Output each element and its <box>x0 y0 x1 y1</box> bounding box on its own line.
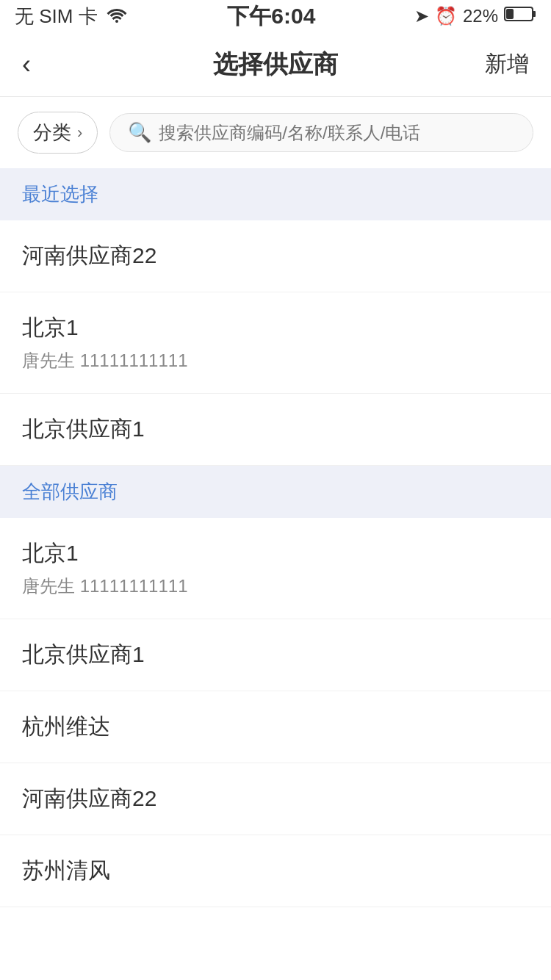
list-item[interactable]: 河南供应商22 <box>0 220 551 292</box>
battery-icon <box>504 6 536 26</box>
nav-bar: ‹ 选择供应商 新增 <box>0 32 551 97</box>
status-bar: 无 SIM 卡 下午6:04 ➤ ⏰ 22% <box>0 0 551 32</box>
add-button[interactable]: 新增 <box>485 49 529 79</box>
section-header-recent: 最近选择 <box>0 168 551 220</box>
back-button[interactable]: ‹ <box>22 49 66 80</box>
item-name: 苏州清风 <box>22 856 529 886</box>
sim-status: 无 SIM 卡 <box>15 4 98 29</box>
status-right: ➤ ⏰ 22% <box>414 6 536 26</box>
section-header-all: 全部供应商 <box>0 466 551 518</box>
list-item[interactable]: 河南供应商22 <box>0 763 551 835</box>
wifi-icon <box>105 5 129 28</box>
status-left: 无 SIM 卡 <box>15 4 129 29</box>
item-name: 杭州维达 <box>22 712 529 742</box>
search-box: 🔍 <box>109 113 533 152</box>
time-display: 下午6:04 <box>227 1 315 32</box>
item-name: 北京1 <box>22 313 529 343</box>
list-item[interactable]: 杭州维达 <box>0 691 551 763</box>
search-input[interactable] <box>159 123 515 143</box>
item-sub: 唐先生 11111111111 <box>22 574 529 598</box>
location-icon: ➤ <box>414 6 429 26</box>
svg-point-0 <box>115 20 118 23</box>
item-sub: 唐先生 11111111111 <box>22 349 529 372</box>
page-title: 选择供应商 <box>213 48 338 82</box>
list-item[interactable]: 北京1唐先生 11111111111 <box>0 292 551 394</box>
svg-rect-2 <box>533 11 536 17</box>
filter-bar: 分类 › 🔍 <box>0 97 551 168</box>
search-icon: 🔍 <box>128 121 151 144</box>
item-name: 北京1 <box>22 538 529 569</box>
list-item[interactable]: 北京供应商1 <box>0 619 551 691</box>
chevron-right-icon: › <box>77 123 82 143</box>
item-name: 河南供应商22 <box>22 784 529 814</box>
category-button[interactable]: 分类 › <box>18 112 98 154</box>
item-name: 北京供应商1 <box>22 640 529 670</box>
list-item[interactable]: 北京1唐先生 11111111111 <box>0 518 551 619</box>
battery-level: 22% <box>463 6 498 26</box>
category-label: 分类 <box>33 120 71 145</box>
list-item[interactable]: 北京供应商1 <box>0 394 551 466</box>
svg-rect-3 <box>506 9 514 19</box>
item-name: 北京供应商1 <box>22 414 529 444</box>
supplier-list: 最近选择河南供应商22北京1唐先生 11111111111北京供应商1全部供应商… <box>0 168 551 907</box>
list-item[interactable]: 苏州清风 <box>0 835 551 907</box>
alarm-icon: ⏰ <box>435 6 457 26</box>
item-name: 河南供应商22 <box>22 241 529 271</box>
